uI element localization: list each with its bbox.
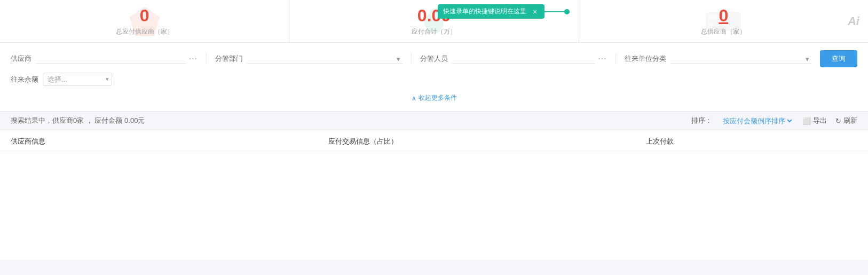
filter-supplier-dots[interactable]: ··· <box>189 54 198 64</box>
stat-payable-total-label: 应付合计（万） <box>412 27 456 36</box>
result-suppliers-text: 搜索结果中，供应商0家 <box>11 116 84 124</box>
stat-payable-total: 快速录单的快捷键说明在这里 × 0.00 应付合计（万） <box>289 0 579 43</box>
filter-amount-select-wrap: 选择... ▾ <box>43 73 112 86</box>
table-header: 供应商信息 应付交易信息（占比） 上次付款 <box>0 130 868 153</box>
stat-total-suppliers-label: 总供应商（家） <box>701 27 746 36</box>
filter-unit-label: 往来单位分类 <box>625 54 666 64</box>
stat-payable-label: 总应付供应商（家） <box>116 27 173 36</box>
filter-amount-select[interactable]: 选择... <box>43 73 112 86</box>
filter-dept-select[interactable] <box>247 53 402 64</box>
collapse-label: 收起更多条件 <box>419 93 457 103</box>
tooltip-close[interactable]: × <box>533 7 537 16</box>
divider-1 <box>206 53 207 64</box>
filter-dept-select-wrap: ▾ <box>247 53 402 64</box>
tooltip-bar: 快速录单的快捷键说明在这里 × <box>438 4 545 19</box>
filter-unit-select-wrap: ▾ <box>670 53 811 64</box>
filter-supplier-input[interactable] <box>36 53 186 64</box>
stats-bar: 0 总应付供应商（家） 快速录单的快捷键说明在这里 × 0.00 应付合计（万） <box>0 0 868 43</box>
filter-row-1: 供应商 ··· 分管部门 ▾ 分管人员 ··· 往来单位分类 <box>11 50 857 67</box>
stat-total-suppliers: 0 总供应商（家） Ai <box>579 0 868 43</box>
stat-payable-suppliers: 0 总应付供应商（家） <box>0 0 289 43</box>
result-amount-text: ， <box>86 116 93 124</box>
sort-select[interactable]: 按应付会额倒序排序 <box>721 116 794 125</box>
result-bar: 搜索结果中，供应商0家 ， 应付金额 0.00元 排序： 按应付会额倒序排序 ⬜… <box>0 112 868 130</box>
ai-badge: Ai <box>848 14 859 28</box>
collapse-bar: ∧ 收起更多条件 <box>11 91 857 108</box>
refresh-icon: ↻ <box>835 117 841 125</box>
filter-person-group: 分管人员 ··· <box>420 53 607 64</box>
filter-person-dots[interactable]: ··· <box>598 54 606 64</box>
filter-person-label: 分管人员 <box>420 54 448 64</box>
table-body <box>0 153 868 260</box>
th-transaction: 应付交易信息（占比） <box>328 137 646 146</box>
query-button[interactable]: 查询 <box>820 50 857 67</box>
filter-person-input[interactable] <box>452 53 595 64</box>
filter-unit-select[interactable] <box>670 53 811 64</box>
tooltip-dot <box>564 9 570 14</box>
th-supplier: 供应商信息 <box>11 137 328 146</box>
export-label: 导出 <box>813 116 827 125</box>
result-amount: 应付金额 0.00元 <box>94 116 145 124</box>
stat-payable-content: 0 总应付供应商（家） <box>116 6 173 36</box>
table-area: 供应商信息 应付交易信息（占比） 上次付款 <box>0 130 868 260</box>
filter-amount-label: 往来余额 <box>11 75 38 84</box>
export-icon: ⬜ <box>802 117 811 125</box>
stat-total-suppliers-value: 0 <box>719 6 728 25</box>
sort-label: 排序： <box>691 116 712 125</box>
filter-unit-group: 往来单位分类 ▾ <box>625 53 811 64</box>
th-lastpay: 上次付款 <box>646 137 858 146</box>
filter-dept-group: 分管部门 ▾ <box>215 53 402 64</box>
collapse-button[interactable]: ∧ 收起更多条件 <box>412 93 457 103</box>
filter-supplier-label: 供应商 <box>11 54 31 64</box>
filter-area: 供应商 ··· 分管部门 ▾ 分管人员 ··· 往来单位分类 <box>0 43 868 112</box>
collapse-arrow-icon: ∧ <box>412 95 416 102</box>
divider-2 <box>411 53 412 64</box>
refresh-label: 刷新 <box>843 116 857 125</box>
filter-row-2: 往来余额 选择... ▾ <box>11 73 857 86</box>
filter-dept-label: 分管部门 <box>215 54 243 64</box>
filter-supplier-group: 供应商 ··· <box>11 53 198 64</box>
export-button[interactable]: ⬜ 导出 <box>802 116 827 125</box>
result-actions: 排序： 按应付会额倒序排序 ⬜ 导出 ↻ 刷新 <box>691 116 857 125</box>
stat-total-suppliers-content: 0 总供应商（家） <box>701 6 746 36</box>
tooltip-text: 快速录单的快捷键说明在这里 <box>443 7 526 16</box>
refresh-button[interactable]: ↻ 刷新 <box>835 116 857 125</box>
divider-3 <box>616 53 616 64</box>
stat-payable-value: 0 <box>140 6 149 25</box>
result-info: 搜索结果中，供应商0家 ， 应付金额 0.00元 <box>11 116 145 125</box>
